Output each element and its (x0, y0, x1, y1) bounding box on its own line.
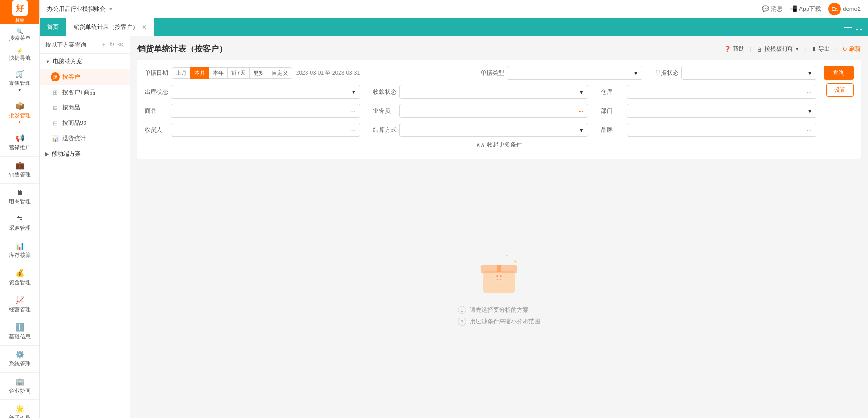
sidebar-item-system[interactable]: ⚙️ 系统管理 (0, 346, 39, 373)
help-btn[interactable]: ❓ 帮助 (724, 45, 745, 53)
sidebar-item-operations[interactable]: 📈 经营管理 (0, 291, 39, 318)
quick-nav[interactable]: ⚡ 快捷导航 (0, 45, 39, 65)
refresh-scheme-btn[interactable]: ↻ (109, 41, 115, 49)
marketing-icon: 📢 (15, 134, 24, 142)
left-panel-header: 按以下方案查询 ＋ ↻ ≪ (40, 36, 130, 54)
salesperson-label: 业务员 (373, 107, 396, 115)
export-icon: ⬇ (811, 46, 816, 52)
scheme-item-customer-product[interactable]: ⊞ 按客户+商品 (40, 85, 130, 100)
collapse-panel-btn[interactable]: ≪ (118, 41, 124, 49)
settings-button[interactable]: 设置 (826, 83, 854, 97)
dept-label: 部门 (601, 107, 623, 115)
sidebar-item-enterprise[interactable]: 🏢 企业协同 (0, 373, 39, 400)
date-tab-7days[interactable]: 近7天 (227, 67, 250, 79)
svg-point-6 (494, 272, 505, 283)
filter-payment-status: 收款状态 ▾ (373, 85, 589, 99)
date-tab-lastmonth[interactable]: 上月 (172, 67, 191, 79)
doc-status-select[interactable]: ▾ (681, 66, 817, 80)
marketing-label: 营销推广 (9, 144, 31, 152)
guide-label: 新手引导 (9, 414, 31, 418)
export-btn[interactable]: ⬇ 导出 (811, 45, 830, 53)
doc-type-select[interactable]: ▾ (507, 66, 642, 80)
filter-payment-method: 结算方式 ▾ (373, 123, 589, 137)
nav-label: 快捷导航 (4, 54, 36, 62)
scheme-item-product99[interactable]: ⊟ 按商品99 (40, 115, 130, 131)
sidebar-item-basic[interactable]: ℹ️ 基础信息 (0, 318, 39, 346)
username: demo2 (843, 5, 861, 12)
query-button[interactable]: 查询 (824, 66, 854, 80)
purchase-label: 采购管理 (9, 224, 31, 232)
tip-num-2: 2 (458, 318, 466, 326)
desktop-group-header[interactable]: ▼ 电脑端方案 (40, 54, 130, 69)
dept-select[interactable]: ▾ (627, 104, 816, 118)
finance-icon: 💰 (15, 269, 24, 277)
tab-home[interactable]: 首页 (40, 18, 66, 36)
sidebar-item-ecommerce[interactable]: 🖥 电商管理 (0, 184, 39, 210)
message-btn[interactable]: 💬 消息 (762, 5, 783, 13)
receiver-label: 收货人 (145, 126, 167, 134)
scheme-item-by-product[interactable]: ⊟ 按商品 (40, 100, 130, 115)
collapse-row[interactable]: ∧∧ 收起更多条件 (145, 137, 854, 152)
template-print-btn[interactable]: 🖨 按模板打印 ▾ (757, 45, 799, 53)
scheme-item-by-customer[interactable]: 按 按客户 (40, 69, 130, 85)
date-filter: 上月 本月 本年 近7天 更多 自定义 2023-03-01 至 2023-03… (172, 67, 360, 79)
date-tab-more[interactable]: 更多 (249, 67, 268, 79)
out-status-select[interactable]: ▾ (171, 85, 360, 99)
mobile-scheme-group: ▶ 移动端方案 (40, 146, 130, 162)
purchase-icon: 🛍 (16, 215, 24, 223)
left-panel-title: 按以下方案查询 (45, 41, 86, 49)
sidebar-item-purchase[interactable]: 🛍 采购管理 (0, 210, 39, 237)
date-tab-thismonth[interactable]: 本月 (190, 67, 209, 79)
empty-tip-1: 1 请先选择要分析的方案 (458, 306, 540, 314)
sales-label: 销售管理 (9, 171, 31, 179)
payment-method-label: 结算方式 (373, 126, 396, 134)
mobile-group-header[interactable]: ▶ 移动端方案 (40, 146, 130, 162)
tab-sales-stat[interactable]: 销货单统计表（按客户） ✕ (66, 18, 154, 36)
doc-type-chevron: ▾ (634, 70, 637, 76)
sidebar-item-wholesale[interactable]: 📦 批发管理 ▲ (0, 97, 39, 129)
nav-icon: ⚡ (4, 48, 36, 54)
app-download-btn[interactable]: 📲 App下载 (790, 5, 821, 13)
avatar: Ea (828, 3, 841, 15)
operations-icon: 📈 (15, 296, 24, 304)
sidebar-item-sales[interactable]: 💼 销售管理 (0, 157, 39, 184)
refresh-btn[interactable]: ↻ 刷新 (842, 45, 861, 53)
tab-close-icon[interactable]: ✕ (142, 24, 146, 30)
date-tab-custom[interactable]: 自定义 (268, 67, 292, 79)
brand-select[interactable]: ··· (627, 123, 816, 137)
export-label: 导出 (818, 45, 830, 53)
search-menu[interactable]: 🔍 搜索菜单 (0, 24, 39, 45)
payment-method-select[interactable]: ▾ (399, 123, 589, 137)
payment-status-select[interactable]: ▾ (399, 85, 589, 99)
topbar-title: 办公用品行业模拟账套 (47, 5, 106, 13)
sidebar-item-marketing[interactable]: 📢 营销推广 (0, 129, 39, 157)
print-arrow-icon: ▾ (796, 46, 799, 52)
filter-section: 单据日期 上月 本月 本年 近7天 更多 自定义 (145, 66, 854, 137)
filter-row-3: 商品 ··· 业务员 ··· (145, 104, 816, 118)
tab-minimize-btn[interactable]: — (844, 23, 852, 31)
search-label: 搜索菜单 (4, 34, 36, 42)
sidebar-item-finance[interactable]: 💰 资金管理 (0, 264, 39, 291)
topbar-left: 办公用品行业模拟账套 ▾ (47, 5, 113, 13)
scheme-item-return-stat[interactable]: 📊 退货统计 (40, 131, 130, 146)
customer-product-icon: ⊞ (51, 88, 60, 97)
return-stat-icon: 📊 (51, 134, 60, 143)
user-profile[interactable]: Ea demo2 (828, 3, 861, 15)
sidebar-item-guide[interactable]: 🌟 新手引导 (0, 400, 39, 418)
wholesale-icon: 📦 (15, 102, 24, 110)
refresh-icon: ↻ (842, 46, 847, 52)
date-tab-thisyear[interactable]: 本年 (209, 67, 228, 79)
salesperson-select[interactable]: ··· (399, 104, 589, 118)
tab-maximize-btn[interactable]: ⛶ (855, 23, 863, 31)
filter-area: 单据日期 上月 本月 本年 近7天 更多 自定义 (137, 60, 861, 159)
empty-svg: ✦ ✦ ● (472, 248, 526, 298)
add-scheme-btn[interactable]: ＋ (100, 41, 107, 49)
receiver-select[interactable]: ··· (171, 123, 360, 137)
warehouse-select[interactable]: ··· (627, 85, 816, 99)
tip-num-1: 1 (458, 306, 466, 314)
logo[interactable]: 好 标赔 (0, 0, 39, 24)
sidebar-item-inventory[interactable]: 📊 库存核算 (0, 237, 39, 264)
date-range: 2023-03-01 至 2023-03-31 (296, 69, 360, 77)
sidebar-item-retail[interactable]: 🛒 零售管理 ▼ (0, 65, 39, 97)
product-select[interactable]: ··· (171, 104, 360, 118)
